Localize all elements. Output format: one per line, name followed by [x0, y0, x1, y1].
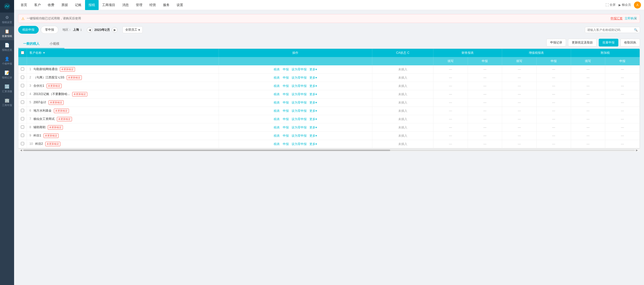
op-zero-apply-0[interactable]: 设为零申报	[292, 68, 307, 71]
nav-business[interactable]: 工商项目	[99, 0, 119, 10]
sidebar-item-personal-tax[interactable]: 👤 个税申报	[0, 54, 14, 68]
op-tax-form-7[interactable]: 税表	[274, 126, 280, 129]
subtab-small[interactable]: 小规模	[45, 39, 64, 49]
fullscreen-btn[interactable]: ⛶ 全屏	[606, 3, 616, 7]
op-more-8[interactable]: 更多▾	[309, 134, 317, 137]
nav-invoice[interactable]: 票据	[58, 0, 71, 10]
row-cb-3[interactable]	[21, 92, 24, 96]
logo[interactable]	[0, 0, 14, 13]
row-cb-9[interactable]	[21, 142, 24, 145]
batch-apply-btn[interactable]: 批量申报	[599, 39, 618, 46]
op-tax-form-5[interactable]: 税表	[274, 109, 280, 113]
row-cb-6[interactable]	[21, 117, 24, 120]
op-tax-form-1[interactable]: 税表	[274, 76, 280, 79]
scroll-right-icon[interactable]: ▶	[635, 149, 639, 152]
dept-select[interactable]: 全部员工 ▾	[123, 26, 143, 33]
search-icon[interactable]: 🔍	[634, 28, 638, 32]
op-tax-form-0[interactable]: 税表	[274, 68, 280, 71]
op-zero-apply-4[interactable]: 设为零申报	[292, 101, 307, 104]
op-more-2[interactable]: 更多▾	[309, 84, 317, 88]
period-prev[interactable]: ◀	[87, 27, 92, 33]
op-zero-apply-3[interactable]: 设为零申报	[292, 92, 307, 96]
sidebar-item-tax-settings[interactable]: ⚙ 报税设置	[0, 13, 14, 26]
op-tax-form-3[interactable]: 税表	[274, 92, 280, 96]
op-zero-apply-1[interactable]: 设为零申报	[292, 76, 307, 79]
op-more-3[interactable]: 更多▾	[309, 92, 317, 96]
nav-service[interactable]: 服务	[159, 0, 173, 10]
tab-zero-apply[interactable]: 零申报	[41, 26, 58, 34]
row-cb-2[interactable]	[21, 84, 24, 87]
sidebar-item-annual-report[interactable]: 🏢 工商年报	[0, 96, 14, 109]
op-apply-8[interactable]: 申报	[283, 134, 289, 137]
scrollbar-track[interactable]	[23, 150, 635, 151]
op-tax-form-6[interactable]: 税表	[274, 117, 280, 121]
period-next[interactable]: ▶	[112, 27, 117, 33]
op-apply-3[interactable]: 申报	[283, 92, 289, 96]
row-cb-4[interactable]	[21, 101, 24, 104]
nav-tax[interactable]: 报税	[85, 0, 99, 10]
avatar[interactable]: A	[634, 2, 641, 9]
scroll-left-icon[interactable]: ◀	[19, 149, 23, 152]
op-zero-apply-2[interactable]: 设为零申报	[292, 84, 307, 88]
nav-settings[interactable]: 设置	[173, 0, 187, 10]
op-apply-5[interactable]: 申报	[283, 109, 289, 113]
op-more-0[interactable]: 更多▾	[309, 68, 317, 71]
op-tax-form-4[interactable]: 税表	[274, 101, 280, 104]
op-more-1[interactable]: 更多▾	[309, 76, 317, 79]
sort-icon[interactable]: ▾	[43, 51, 45, 55]
tab-tax-apply[interactable]: 税款申报	[18, 26, 39, 34]
op-more-5[interactable]: 更多▾	[309, 109, 317, 113]
op-more-7[interactable]: 更多▾	[309, 126, 317, 129]
nav-client[interactable]: 客户	[31, 0, 44, 10]
op-more-4[interactable]: 更多▾	[309, 101, 317, 104]
update-quota-btn[interactable]: 更新统定及取款	[568, 39, 597, 46]
sidebar-item-batch-tax[interactable]: 📋 批量报税	[0, 26, 14, 40]
withdraw-btn[interactable]: 收取回执	[620, 39, 640, 46]
row-num-5: 6	[29, 109, 31, 112]
sidebar-item-settlement[interactable]: 🔢 汇算清缴	[0, 82, 14, 96]
op-tax-form-9[interactable]: 税表	[274, 142, 280, 146]
row-ff-4: —	[433, 99, 468, 107]
nav-billing[interactable]: 收费	[44, 0, 58, 10]
nav-manage[interactable]: 管理	[132, 0, 146, 10]
op-apply-1[interactable]: 申报	[283, 76, 289, 79]
apply-summary-link[interactable]: 申报汇签	[611, 16, 623, 21]
scrollbar[interactable]: ◀ ▶	[18, 149, 640, 152]
op-apply-2[interactable]: 申报	[283, 84, 289, 88]
op-tax-form-2[interactable]: 税表	[274, 84, 280, 88]
nav-operation[interactable]: 经营	[146, 0, 159, 10]
member-btn[interactable]: ▶ 畅会员	[619, 3, 631, 7]
sidebar-item-tax-record[interactable]: 📝 报税记录	[0, 68, 14, 82]
nav-home[interactable]: 首页	[17, 0, 31, 10]
op-more-6[interactable]: 更多▾	[309, 117, 317, 121]
row-checkbox-2	[18, 82, 27, 90]
op-apply-0[interactable]: 申报	[283, 68, 289, 71]
op-tax-form-8[interactable]: 税表	[274, 134, 280, 137]
op-more-9[interactable]: 更多▾	[309, 142, 317, 146]
subtab-general[interactable]: 一般的税人	[18, 39, 45, 49]
op-zero-apply-8[interactable]: 设为零申报	[292, 134, 307, 137]
nav-bookkeeping[interactable]: 记账	[71, 0, 85, 10]
row-cb-7[interactable]	[21, 125, 24, 129]
row-cb-5[interactable]	[21, 109, 24, 112]
op-zero-apply-7[interactable]: 设为零申报	[292, 126, 307, 129]
row-tf-7: —	[502, 123, 537, 132]
row-cb-0[interactable]	[21, 67, 24, 71]
row-cb-8[interactable]	[21, 134, 24, 137]
op-apply-4[interactable]: 申报	[283, 101, 289, 104]
apply-record-btn[interactable]: 申报记录	[546, 39, 566, 46]
op-apply-6[interactable]: 申报	[283, 117, 289, 121]
select-all-checkbox[interactable]	[21, 51, 24, 54]
row-ta-8: —	[536, 132, 571, 140]
op-apply-9[interactable]: 申报	[283, 142, 289, 146]
op-zero-apply-5[interactable]: 设为零申报	[292, 109, 307, 113]
nav-message[interactable]: 消息	[119, 0, 132, 10]
info-icon[interactable]: ℹ	[80, 28, 82, 32]
op-zero-apply-6[interactable]: 设为零申报	[292, 117, 307, 121]
close-icon[interactable]: ✕	[634, 17, 637, 21]
row-cb-1[interactable]	[21, 76, 24, 79]
search-input[interactable]	[587, 28, 632, 32]
op-apply-7[interactable]: 申报	[283, 126, 289, 129]
op-zero-apply-9[interactable]: 设为零申报	[292, 142, 307, 146]
sidebar-item-tax-overview[interactable]: 📄 报税总览	[0, 40, 14, 54]
